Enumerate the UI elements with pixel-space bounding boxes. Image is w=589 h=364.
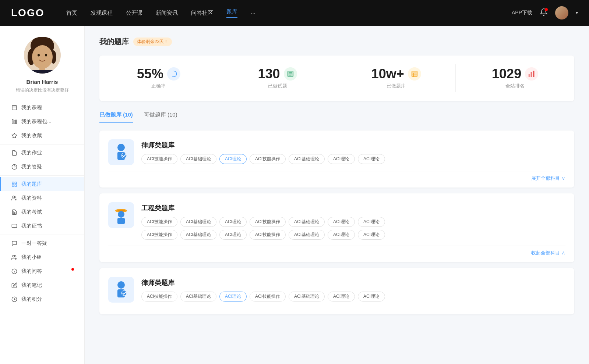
sidebar-item-homework[interactable]: 我的作业 — [0, 146, 84, 160]
note-icon — [11, 282, 18, 289]
tag-1-1[interactable]: ACI基础理论 — [180, 154, 216, 164]
tag-2-12[interactable]: ACI理论 — [328, 230, 355, 240]
nav-qa[interactable]: 问答社区 — [191, 10, 213, 17]
sidebar-item-certificate[interactable]: 我的证书 — [0, 219, 84, 233]
tag-2-3[interactable]: ACI技能操作 — [250, 217, 286, 227]
nav-news[interactable]: 新闻资讯 — [156, 10, 178, 17]
tag-2-13[interactable]: ACI理论 — [358, 230, 385, 240]
chat-icon — [11, 240, 18, 247]
sidebar-item-my-qa[interactable]: 我的问答 — [0, 264, 84, 278]
stat-banks-value: 10w+ — [371, 67, 404, 81]
tag-1-6[interactable]: ACI理论 — [358, 154, 385, 164]
qa-icon — [11, 268, 18, 275]
qbank-title-3: 律师类题库 — [141, 277, 565, 287]
avatar[interactable] — [555, 6, 568, 19]
tag-2-10[interactable]: ACI技能操作 — [250, 230, 286, 240]
svg-rect-12 — [14, 121, 15, 124]
svg-rect-17 — [12, 182, 14, 184]
tag-2-6[interactable]: ACI理论 — [358, 217, 385, 227]
bar-icon — [11, 118, 18, 125]
chart-icon — [528, 70, 535, 78]
svg-point-50 — [118, 211, 124, 218]
stats-row: 55% 正确率 130 — [99, 56, 574, 101]
grid-icon — [11, 181, 18, 188]
tag-3-3[interactable]: ACI技能操作 — [250, 292, 286, 301]
nav-qbank[interactable]: 题库 — [226, 8, 237, 18]
nav-home[interactable]: 首页 — [66, 10, 77, 17]
tag-2-4[interactable]: ACI基础理论 — [289, 217, 325, 227]
divider-1 — [0, 144, 84, 144]
nav-open-course[interactable]: 公开课 — [126, 10, 142, 17]
svg-rect-18 — [15, 182, 17, 184]
tag-2-7[interactable]: ACI技能操作 — [141, 230, 177, 240]
tag-2-5[interactable]: ACI理论 — [328, 217, 355, 227]
sidebar-item-profile[interactable]: 我的资料 — [0, 191, 84, 205]
done-banks-icon — [408, 67, 421, 81]
qbank-expand-1[interactable]: 展开全部科目 ∨ — [108, 171, 565, 182]
question-icon — [11, 164, 18, 170]
tag-3-6[interactable]: ACI理论 — [358, 292, 385, 301]
svg-point-27 — [13, 255, 14, 257]
notification-bell[interactable] — [540, 8, 548, 18]
navbar-right: APP下载 ▾ — [512, 6, 578, 19]
nav-discover[interactable]: 发现课程 — [91, 10, 113, 17]
stat-accuracy: 55% 正确率 — [99, 64, 218, 92]
tag-2-9[interactable]: ACI理论 — [219, 230, 247, 240]
tag-2-0[interactable]: ACI技能操作 — [141, 217, 177, 227]
sidebar-item-course-packages[interactable]: 我的课程包... — [0, 115, 84, 129]
profile-dropdown-icon[interactable]: ▾ — [576, 10, 578, 15]
qbank-card-header-3: 律师类题库 ACI技能操作 ACI基础理论 ACI理论 ACI技能操作 ACI基… — [108, 277, 565, 303]
certificate-icon — [11, 223, 18, 229]
qbank-icon-lawyer-2 — [108, 277, 134, 303]
tab-available-banks[interactable]: 可做题库 (10) — [144, 111, 177, 123]
sidebar-item-points[interactable]: 我的积分 — [0, 292, 84, 306]
svg-marker-14 — [12, 133, 17, 138]
sidebar-item-favorites[interactable]: 我的收藏 — [0, 129, 84, 143]
tag-2-2[interactable]: ACI理论 — [219, 217, 247, 227]
tag-2-11[interactable]: ACI基础理论 — [289, 230, 325, 240]
tag-2-8[interactable]: ACI基础理论 — [180, 230, 216, 240]
sidebar-item-exam[interactable]: 我的考试 — [0, 205, 84, 219]
divider-3 — [0, 235, 84, 235]
tab-done-banks[interactable]: 已做题库 (10) — [99, 111, 133, 123]
tag-2-1[interactable]: ACI基础理论 — [180, 217, 216, 227]
qbank-info-1: 律师类题库 ACI技能操作 ACI基础理论 ACI理论 ACI技能操作 ACI基… — [141, 139, 565, 164]
qbank-card-engineer: 工程类题库 ACI技能操作 ACI基础理论 ACI理论 ACI技能操作 ACI基… — [99, 193, 574, 262]
svg-point-6 — [45, 54, 47, 57]
stat-accuracy-label: 正确率 — [151, 83, 166, 89]
sidebar-item-1on1-qa[interactable]: 一对一答疑 — [0, 236, 84, 250]
tag-1-4[interactable]: ACI基础理论 — [289, 154, 325, 164]
accuracy-icon — [167, 67, 180, 81]
tag-3-4[interactable]: ACI基础理论 — [289, 292, 325, 301]
tag-3-1[interactable]: ACI基础理论 — [180, 292, 216, 301]
stat-ranking: 1029 全站排名 — [456, 64, 574, 92]
sidebar-item-my-courses[interactable]: 我的课程 — [0, 101, 84, 115]
sidebar-avatar — [24, 37, 61, 74]
tag-3-2[interactable]: ACI理论 — [219, 292, 247, 301]
tag-3-0[interactable]: ACI技能操作 — [141, 292, 177, 301]
ranking-icon — [525, 67, 538, 81]
tag-1-2[interactable]: ACI理论 — [219, 154, 247, 164]
stat-done-value: 130 — [258, 67, 280, 81]
qbank-icon-lawyer — [108, 139, 134, 165]
app-download-button[interactable]: APP下载 — [512, 10, 532, 16]
sidebar-item-qa[interactable]: 我的答疑 — [0, 160, 84, 174]
qbank-collapse-2[interactable]: 收起全部科目 ∧ — [108, 246, 565, 256]
tag-1-0[interactable]: ACI技能操作 — [141, 154, 177, 164]
qbank-card-lawyer-1: 律师类题库 ACI技能操作 ACI基础理论 ACI理论 ACI技能操作 ACI基… — [99, 131, 574, 188]
avatar-svg — [24, 37, 61, 74]
qbank-title-1: 律师类题库 — [141, 139, 565, 150]
nav-more[interactable]: ··· — [251, 10, 255, 16]
stat-accuracy-value: 55% — [137, 67, 163, 81]
avatar-image — [555, 6, 568, 19]
sidebar-item-qbank[interactable]: 我的题库 — [0, 177, 84, 191]
sidebar-item-group[interactable]: 我的小组 — [0, 250, 84, 264]
stat-ranking-top: 1029 — [492, 67, 538, 81]
sidebar-item-notes[interactable]: 我的笔记 — [0, 278, 84, 292]
tag-1-5[interactable]: ACI理论 — [328, 154, 355, 164]
tag-1-3[interactable]: ACI技能操作 — [250, 154, 286, 164]
tag-3-5[interactable]: ACI理论 — [328, 292, 355, 301]
svg-rect-42 — [529, 74, 530, 77]
done-questions-icon — [284, 67, 297, 81]
file-icon — [11, 104, 18, 111]
